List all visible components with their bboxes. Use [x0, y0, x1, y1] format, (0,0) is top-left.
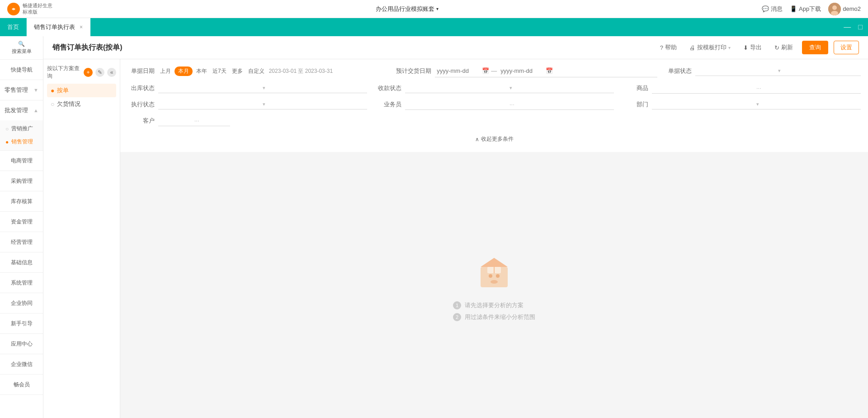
svg-point-8	[489, 274, 492, 278]
scheme-item-欠货情况[interactable]: ○ 欠货情况	[47, 97, 116, 111]
sidebar-item-inventory[interactable]: 库存核算	[0, 191, 43, 211]
filter-row-1: 单据日期 上月 本月 本年 近7天 更多 自定义 20	[127, 65, 861, 77]
tab-minimize-icon[interactable]: —	[842, 23, 853, 31]
export-btn[interactable]: ⬇ 导出	[740, 42, 765, 53]
date-tab-this-year[interactable]: 本年	[194, 66, 209, 76]
filter-goods: 商品 ···	[621, 83, 861, 94]
filter-customer-select[interactable]: ···	[158, 115, 230, 126]
right-panel: 单据日期 上月 本月 本年 近7天 更多 自定义 20	[120, 59, 868, 418]
calendar-end-icon[interactable]: 📅	[546, 67, 553, 74]
left-panel: 按以下方案查询 + ✎ « ● 按单 ○ 欠货情况	[43, 59, 120, 418]
help-btn[interactable]: ? 帮助	[656, 42, 680, 53]
filter-customer-label: 客户	[127, 117, 155, 125]
tab-home[interactable]: 首页	[0, 18, 27, 36]
sidebar-item-enterprise[interactable]: 企业协同	[0, 293, 43, 313]
sidebar-item-system[interactable]: 系统管理	[0, 273, 43, 293]
empty-state: 1 请先选择要分析的方案 2 用过滤条件来缩小分析范围	[120, 152, 868, 418]
svg-point-10	[491, 280, 498, 284]
sidebar-item-operation[interactable]: 经营管理	[0, 232, 43, 252]
goods-more-icon[interactable]: ···	[756, 85, 861, 91]
export-icon: ⬇	[743, 44, 748, 51]
sidebar-item-sales[interactable]: ● 销售管理	[0, 135, 43, 148]
filter-receive-status-select[interactable]: ▾	[405, 83, 614, 93]
out-status-dropdown-icon[interactable]: ▾	[263, 85, 367, 91]
filter-expected-date: 预计交货日期 📅 — 📅	[396, 65, 657, 77]
scheme-add-btn[interactable]: +	[84, 68, 93, 77]
sidebar-search[interactable]: 🔍 搜索菜单	[0, 36, 43, 59]
sidebar-item-ecommerce[interactable]: 电商管理	[0, 151, 43, 171]
scheme-item-按单[interactable]: ● 按单	[47, 84, 116, 97]
print-icon: 🖨	[689, 44, 695, 51]
sidebar-item-basic[interactable]: 基础信息	[0, 252, 43, 272]
user-area[interactable]: demo2	[828, 3, 861, 15]
sidebar-purchase-section: 采购管理	[0, 171, 43, 191]
svg-point-3	[831, 11, 838, 15]
customer-more-icon[interactable]: ···	[194, 117, 231, 124]
receive-status-dropdown-icon[interactable]: ▾	[509, 85, 614, 91]
settings-btn[interactable]: 设置	[834, 41, 859, 54]
filter-exec-status: 执行状态 ▾	[127, 100, 367, 109]
marketing-icon: ○	[5, 126, 9, 132]
date-tab-this-month[interactable]: 本月	[175, 66, 193, 76]
sidebar-item-corp-wechat[interactable]: 企业微信	[0, 354, 43, 374]
filter-status-select[interactable]: ▾	[695, 66, 861, 76]
avatar	[828, 3, 841, 15]
date-tab-more[interactable]: 更多	[230, 66, 245, 76]
empty-text: 1 请先选择要分析的方案 2 用过滤条件来缩小分析范围	[453, 301, 535, 321]
page-header-actions: ? 帮助 🖨 按模板打印 ▾ ⬇ 导出 ↻ 刷新 查询 设置	[656, 41, 859, 54]
tab-maximize-icon[interactable]: □	[856, 23, 864, 31]
sidebar-item-wholesale[interactable]: 批发管理 ▲	[0, 100, 43, 120]
filter-receive-status-label: 收款状态	[374, 84, 401, 92]
date-tab-custom[interactable]: 自定义	[246, 66, 266, 76]
filter-exec-status-label: 执行状态	[127, 100, 155, 109]
exec-status-dropdown-icon[interactable]: ▾	[263, 101, 367, 107]
panel-collapse-btn[interactable]: «	[107, 68, 116, 77]
tab-sales-order[interactable]: 销售订单执行表 ×	[27, 18, 90, 36]
nav-center[interactable]: 办公用品行业模拟账套 ▾	[376, 5, 439, 13]
sidebar-item-retail[interactable]: 零售管理 ▼	[0, 80, 43, 100]
filter-out-status-select[interactable]: ▾	[158, 83, 367, 93]
sidebar-item-marketing[interactable]: ○ 营销推广	[0, 122, 43, 135]
sidebar-wholesale-sub: ○ 营销推广 ● 销售管理	[0, 120, 43, 150]
salesperson-more-icon[interactable]: ···	[509, 101, 614, 108]
sidebar-operation-section: 经营管理	[0, 232, 43, 252]
app-download-btn[interactable]: 📱 App下载	[790, 5, 821, 13]
filter-salesperson-select[interactable]: ···	[405, 99, 614, 110]
sidebar-basic-section: 基础信息	[0, 252, 43, 273]
date-tab-7days[interactable]: 近7天	[211, 66, 228, 76]
filter-exec-status-select[interactable]: ▾	[158, 100, 367, 109]
nav-dropdown-icon[interactable]: ▾	[436, 6, 439, 11]
top-bar-right: 💬 消息 📱 App下载 demo2	[762, 3, 861, 15]
calendar-start-icon[interactable]: 📅	[482, 67, 489, 74]
sidebar-app-center-section: 应用中心	[0, 334, 43, 354]
sidebar-item-purchase[interactable]: 采购管理	[0, 171, 43, 191]
tab-close-icon[interactable]: ×	[80, 24, 83, 30]
date-range-text: 2023-03-01 至 2023-03-31	[269, 67, 333, 75]
scheme-edit-btn[interactable]: ✎	[95, 68, 104, 77]
sidebar-item-vip[interactable]: 畅会员	[0, 375, 43, 394]
sidebar-search-section: 🔍 搜索菜单	[0, 36, 43, 60]
template-print-btn[interactable]: 🖨 按模板打印 ▾	[686, 42, 734, 53]
scheme-icon-欠货情况: ○	[51, 100, 54, 108]
hint-num-1: 1	[453, 301, 461, 309]
query-btn[interactable]: 查询	[802, 41, 828, 54]
filter-goods-select[interactable]: ···	[652, 83, 861, 94]
date-tab-last-month[interactable]: 上月	[158, 66, 173, 76]
message-btn[interactable]: 💬 消息	[762, 5, 783, 13]
date-end-input[interactable]	[499, 66, 544, 76]
filter-dept-select[interactable]: ▾	[652, 100, 861, 109]
dept-dropdown-icon[interactable]: ▾	[756, 101, 861, 107]
status-dropdown-icon[interactable]: ▾	[778, 68, 861, 74]
filter-status: 单据状态 ▾	[665, 66, 861, 76]
sidebar-item-finance[interactable]: 资金管理	[0, 212, 43, 232]
date-start-input[interactable]	[435, 66, 480, 76]
sidebar-item-app-center[interactable]: 应用中心	[0, 334, 43, 354]
sidebar-item-newbie[interactable]: 新手引导	[0, 314, 43, 333]
sidebar-quick-nav[interactable]: 快捷导航	[0, 60, 43, 80]
refresh-btn[interactable]: ↻ 刷新	[771, 42, 797, 53]
collapse-more-btn[interactable]: ∧ 收起更多条件	[462, 135, 526, 143]
logo-area: 畅捷通好生意 标准版	[7, 3, 52, 15]
top-bar-left: 畅捷通好生意 标准版	[7, 3, 52, 15]
collapse-icon: ∧	[475, 136, 479, 142]
filter-goods-label: 商品	[621, 84, 648, 92]
